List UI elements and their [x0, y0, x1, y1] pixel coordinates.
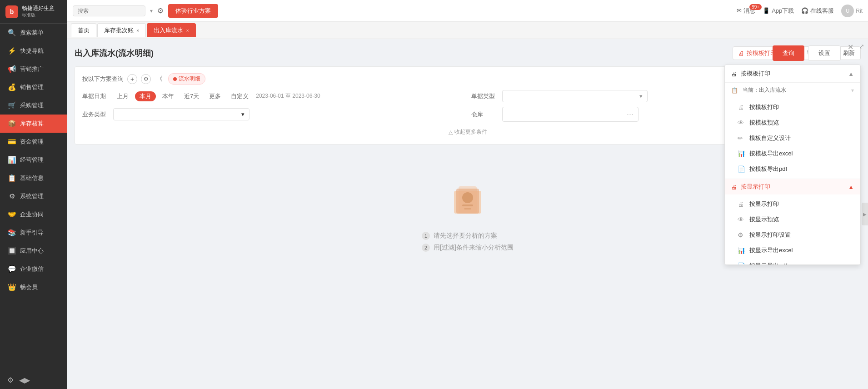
- online-service-label: 在线客服: [810, 7, 834, 15]
- dropdown-display-print[interactable]: 🖨 按显示打印: [725, 196, 860, 212]
- dropdown-display-preview[interactable]: 👁 按显示预览: [725, 212, 860, 227]
- sidebar-item-operations[interactable]: 📊 经营管理: [0, 151, 67, 169]
- filter-date-more[interactable]: 更多: [205, 91, 224, 101]
- template-section: 🖨 按模板打印 👁 按模板预览 ✏ 模板自定义设计 📊 按模板导出excel: [725, 98, 860, 179]
- industry-btn[interactable]: 体验行业方案: [168, 4, 218, 18]
- search-input[interactable]: [73, 5, 145, 16]
- filter-tag-dot: [173, 77, 177, 81]
- sidebar-item-inventory[interactable]: 📦 库存核算: [0, 115, 67, 133]
- dropdown-display-pdf[interactable]: 📄 按显示导出pdf: [725, 258, 860, 264]
- template-icon: 📋: [731, 87, 738, 94]
- print-header-icon: 🖨: [731, 70, 737, 77]
- dropdown-current-template[interactable]: 📋 当前：出入库流水 ▾: [725, 83, 860, 98]
- sidebar-bottom: ⚙ ◀▶: [0, 371, 67, 389]
- dropdown-template-preview[interactable]: 👁 按模板预览: [725, 115, 860, 130]
- page-close-btn[interactable]: ✕: [848, 43, 853, 51]
- query-btn[interactable]: 查询: [773, 45, 804, 61]
- empty-steps: 1 请先选择要分析的方案 2 用[过滤]条件来缩小分析范围: [422, 232, 514, 255]
- step2-text: 用[过滤]条件来缩小分析范围: [434, 244, 514, 252]
- display-section-header[interactable]: 🖨 按显示打印 ▲: [725, 179, 860, 194]
- display-print-icon: 🖨: [738, 200, 745, 208]
- sidebar-item-purchase[interactable]: 🛒 采购管理: [0, 96, 67, 115]
- filter-top-bar-label: 按以下方案查询: [82, 75, 124, 83]
- collapse-icon: △: [449, 129, 453, 135]
- page-expand-btn[interactable]: ⤢: [859, 43, 864, 50]
- filter-add-btn[interactable]: +: [127, 74, 137, 84]
- app-logo-icon: b: [5, 5, 18, 18]
- dropdown-template-pdf[interactable]: 📄 按模板导出pdf: [725, 161, 860, 177]
- tab-inventory-flow[interactable]: 出入库流水 ×: [147, 23, 195, 37]
- tab-inventory-flow-close[interactable]: ×: [186, 28, 189, 33]
- sidebar-label-guide: 新手引导: [20, 229, 44, 237]
- app-download-icon: 📱: [763, 7, 770, 14]
- display-pdf-label: 按显示导出pdf: [749, 262, 787, 264]
- page-title: 出入库流水(流水明细): [75, 48, 154, 59]
- filter-doctype-label: 单据类型: [471, 92, 499, 100]
- sidebar-icon-app-center: 🔲: [7, 247, 16, 255]
- user-area[interactable]: U Rit: [841, 5, 863, 17]
- filter-warehouse-select[interactable]: ···: [502, 107, 639, 122]
- sidebar-item-quick-nav[interactable]: ⚡ 快捷导航: [0, 42, 67, 60]
- filter-tag-flow[interactable]: 流水明细: [168, 73, 205, 85]
- sidebar-item-system[interactable]: ⚙ 系统管理: [0, 187, 67, 205]
- filter-settings-action-btn[interactable]: 设置: [808, 45, 841, 61]
- dropdown-template-excel[interactable]: 📊 按模板导出excel: [725, 146, 860, 161]
- filter-doctype-select[interactable]: ▾: [502, 90, 648, 102]
- settings-icon[interactable]: ⚙: [7, 376, 14, 384]
- sidebar-label-marketing: 营销推广: [20, 65, 44, 73]
- dropdown-template-design[interactable]: ✏ 模板自定义设计: [725, 130, 860, 146]
- tabbar: 首页 库存批次账 × 出入库流水 ×: [67, 22, 868, 39]
- online-service-btn[interactable]: 🎧 在线客服: [801, 7, 834, 15]
- topbar-gear-icon[interactable]: ⚙: [157, 6, 164, 15]
- sidebar-label-operations: 经营管理: [20, 156, 44, 164]
- filter-date-custom[interactable]: 自定义: [227, 91, 252, 101]
- filter-date-this-year[interactable]: 本年: [159, 91, 178, 101]
- dropdown-display-print-settings[interactable]: ⚙ 按显示打印设置: [725, 227, 860, 243]
- sidebar-item-finance[interactable]: 💳 资金管理: [0, 133, 67, 151]
- search-chevron-icon[interactable]: ▾: [150, 8, 153, 14]
- sidebar-item-sales[interactable]: 💰 销售管理: [0, 78, 67, 96]
- sidebar-item-wechat[interactable]: 💬 企业微信: [0, 260, 67, 278]
- step2-num: 2: [422, 244, 430, 252]
- sidebar-item-search[interactable]: 🔍 搜索菜单: [0, 24, 67, 42]
- main-area: ▾ ⚙ 体验行业方案 ✉ 消息 99+ 📱 App下载 🎧 在线客服 U Rit: [67, 0, 868, 389]
- sidebar-item-marketing[interactable]: 📢 营销推广: [0, 60, 67, 78]
- sidebar-icon-guide: 📚: [7, 229, 16, 237]
- filter-date-this-month[interactable]: 本月: [135, 91, 156, 101]
- filter-collapse-btn[interactable]: 《: [155, 74, 165, 84]
- app-download-btn[interactable]: 📱 App下载: [763, 7, 794, 15]
- sidebar-item-base-info[interactable]: 📋 基础信息: [0, 169, 67, 187]
- filter-biztype-select[interactable]: ▾: [113, 108, 249, 120]
- template-print-label: 按模板打印: [747, 49, 776, 57]
- message-btn[interactable]: ✉ 消息 99+: [737, 7, 755, 15]
- right-panel-toggle[interactable]: ▶: [862, 203, 868, 225]
- display-section-icon: 🖨: [731, 184, 737, 190]
- dropdown-template-print[interactable]: 🖨 按模板打印: [725, 100, 860, 115]
- template-design-icon: ✏: [738, 135, 745, 142]
- filter-date-7days[interactable]: 近7天: [180, 91, 203, 101]
- page-content: 出入库流水(流水明细) 🖨 按模板打印 ▲ ↑ 导出 ↻ 刷新: [67, 39, 868, 389]
- display-excel-icon: 📊: [738, 247, 745, 254]
- sidebar-logo: b 畅捷通好生意 标准版: [0, 0, 67, 24]
- app-version: 标准版: [22, 12, 55, 18]
- sidebar-label-cooperation: 企业协同: [20, 210, 44, 219]
- sidebar-item-cooperation[interactable]: 🤝 企业协同: [0, 205, 67, 224]
- sidebar-icon-purchase: 🛒: [7, 101, 16, 110]
- sidebar-label-inventory: 库存核算: [20, 120, 44, 128]
- filter-action-buttons: 查询 设置: [773, 45, 841, 61]
- filter-date-last-month[interactable]: 上月: [113, 91, 132, 101]
- collapse-sidebar-icon[interactable]: ◀▶: [19, 376, 30, 384]
- sidebar-item-guide[interactable]: 📚 新手引导: [0, 224, 67, 242]
- template-pdf-icon: 📄: [738, 165, 745, 173]
- sidebar-item-members[interactable]: 👑 畅会员: [0, 278, 67, 296]
- filter-date-label: 单据日期: [82, 92, 110, 100]
- tab-home[interactable]: 首页: [71, 23, 96, 37]
- dropdown-display-excel[interactable]: 📊 按显示导出excel: [725, 243, 860, 258]
- dropdown-chevron-up[interactable]: ▲: [848, 70, 854, 77]
- tab-inventory-batch-label: 库存批次账: [104, 26, 134, 35]
- biztype-chevron-icon: ▾: [241, 111, 244, 118]
- sidebar-item-app-center[interactable]: 🔲 应用中心: [0, 242, 67, 260]
- tab-inventory-batch-close[interactable]: ×: [136, 28, 139, 33]
- filter-settings-btn[interactable]: ⚙: [141, 74, 151, 84]
- tab-inventory-batch[interactable]: 库存批次账 ×: [97, 23, 146, 37]
